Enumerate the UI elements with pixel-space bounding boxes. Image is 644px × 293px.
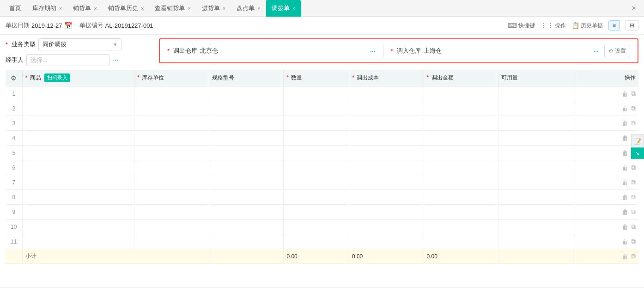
copy-icon[interactable]: ⧉ <box>631 119 636 127</box>
cell-available[interactable] <box>498 190 573 205</box>
tab-sales-history[interactable]: 销货单历史 × <box>103 0 149 17</box>
cell-cost[interactable] <box>349 175 424 190</box>
handler-more-button[interactable]: ··· <box>112 56 118 64</box>
cell-spec[interactable] <box>209 190 284 205</box>
cell-unit[interactable] <box>134 86 209 101</box>
cell-product[interactable] <box>22 86 134 101</box>
cell-product[interactable] <box>22 160 134 175</box>
copy-icon[interactable]: ⧉ <box>631 208 636 216</box>
business-type-select[interactable]: 同价调拨 ▼ <box>38 38 122 50</box>
cell-available[interactable] <box>498 160 573 175</box>
cell-cost[interactable] <box>349 101 424 116</box>
cell-amount[interactable] <box>424 86 498 101</box>
tab-home[interactable]: 首页 <box>4 0 27 17</box>
copy-icon[interactable]: ⧉ <box>631 193 636 201</box>
cell-product[interactable] <box>22 175 134 190</box>
grid-view-button[interactable]: ⊞ <box>626 20 638 31</box>
cell-product[interactable] <box>22 146 134 160</box>
cell-spec[interactable] <box>209 86 284 101</box>
cell-unit[interactable] <box>134 190 209 205</box>
settings-icon[interactable]: ⚙ <box>11 74 17 82</box>
cell-available[interactable] <box>498 220 573 234</box>
cell-qty[interactable] <box>284 220 349 234</box>
list-view-button[interactable]: ≡ <box>608 20 620 31</box>
delete-icon[interactable]: 🗑 <box>622 105 628 112</box>
cell-qty[interactable] <box>284 160 349 175</box>
cell-qty[interactable] <box>284 116 349 131</box>
tab-sales-order[interactable]: 销货单 × <box>67 0 102 17</box>
cell-qty[interactable] <box>284 205 349 220</box>
cell-product[interactable] <box>22 131 134 146</box>
subtotal-delete-icon[interactable]: 🗑 <box>622 253 628 260</box>
cell-unit[interactable] <box>134 146 209 160</box>
cell-spec[interactable] <box>209 146 284 160</box>
cell-available[interactable] <box>498 131 573 146</box>
expand-button[interactable]: ↗ <box>631 148 644 159</box>
cell-spec[interactable] <box>209 101 284 116</box>
cell-unit[interactable] <box>134 101 209 116</box>
copy-icon[interactable]: ⧉ <box>631 178 636 186</box>
cell-cost[interactable] <box>349 160 424 175</box>
cell-cost[interactable] <box>349 86 424 101</box>
cell-cost[interactable] <box>349 234 424 249</box>
handler-select[interactable]: 选择... <box>26 54 109 66</box>
cell-product[interactable] <box>22 116 134 131</box>
cell-spec[interactable] <box>209 175 284 190</box>
cell-cost[interactable] <box>349 131 424 146</box>
subtotal-copy-icon[interactable]: ⧉ <box>631 252 636 260</box>
cell-qty[interactable] <box>284 86 349 101</box>
cell-unit[interactable] <box>134 116 209 131</box>
notes-button[interactable]: 📝 <box>631 134 644 148</box>
cell-amount[interactable] <box>424 101 498 116</box>
copy-icon[interactable]: ⧉ <box>631 90 636 98</box>
close-tab-inventory-check[interactable]: × <box>257 6 260 11</box>
cell-spec[interactable] <box>209 234 284 249</box>
close-tab-sales-order[interactable]: × <box>94 6 97 11</box>
delete-icon[interactable]: 🗑 <box>622 223 628 231</box>
cell-available[interactable] <box>498 101 573 116</box>
cell-unit[interactable] <box>134 220 209 234</box>
copy-icon[interactable]: ⧉ <box>631 104 636 112</box>
cell-product[interactable] <box>22 234 134 249</box>
cell-qty[interactable] <box>284 175 349 190</box>
cell-cost[interactable] <box>349 116 424 131</box>
cell-amount[interactable] <box>424 116 498 131</box>
copy-icon[interactable]: ⧉ <box>631 238 636 245</box>
delete-icon[interactable]: 🗑 <box>622 90 628 98</box>
cell-unit[interactable] <box>134 131 209 146</box>
cell-available[interactable] <box>498 175 573 190</box>
cell-amount[interactable] <box>424 190 498 205</box>
cell-available[interactable] <box>498 86 573 101</box>
close-tab-purchase[interactable]: × <box>223 6 225 11</box>
close-tab-sales-history[interactable]: × <box>141 6 144 11</box>
scan-button[interactable]: 扫码录入 <box>44 73 70 82</box>
cell-unit[interactable] <box>134 234 209 249</box>
close-tab-view-sales[interactable]: × <box>188 6 190 11</box>
setting-button[interactable]: ⚙ 设置 <box>604 45 630 57</box>
delete-icon[interactable]: 🗑 <box>622 238 628 245</box>
tab-transfer[interactable]: 调拨单 × <box>266 0 301 17</box>
cell-product[interactable] <box>22 101 134 116</box>
cell-amount[interactable] <box>424 205 498 220</box>
cell-amount[interactable] <box>424 234 498 249</box>
cell-qty[interactable] <box>284 146 349 160</box>
tab-inventory-init[interactable]: 库存期初 × <box>27 0 67 17</box>
cell-qty[interactable] <box>284 234 349 249</box>
cell-product[interactable] <box>22 205 134 220</box>
cell-amount[interactable] <box>424 220 498 234</box>
cell-unit[interactable] <box>134 205 209 220</box>
warehouse-out-more-button[interactable]: ··· <box>370 47 376 55</box>
cell-available[interactable] <box>498 146 573 160</box>
delete-icon[interactable]: 🗑 <box>622 194 628 201</box>
cell-unit[interactable] <box>134 160 209 175</box>
cell-cost[interactable] <box>349 146 424 160</box>
close-tab-inventory-init[interactable]: × <box>59 6 62 11</box>
cell-spec[interactable] <box>209 131 284 146</box>
tab-inventory-check[interactable]: 盘点单 × <box>231 0 266 17</box>
cell-available[interactable] <box>498 116 573 131</box>
cell-amount[interactable] <box>424 160 498 175</box>
cell-available[interactable] <box>498 234 573 249</box>
history-button[interactable]: 📋 历史单据 <box>571 22 603 30</box>
copy-icon[interactable]: ⧉ <box>631 164 636 171</box>
cell-unit[interactable] <box>134 175 209 190</box>
